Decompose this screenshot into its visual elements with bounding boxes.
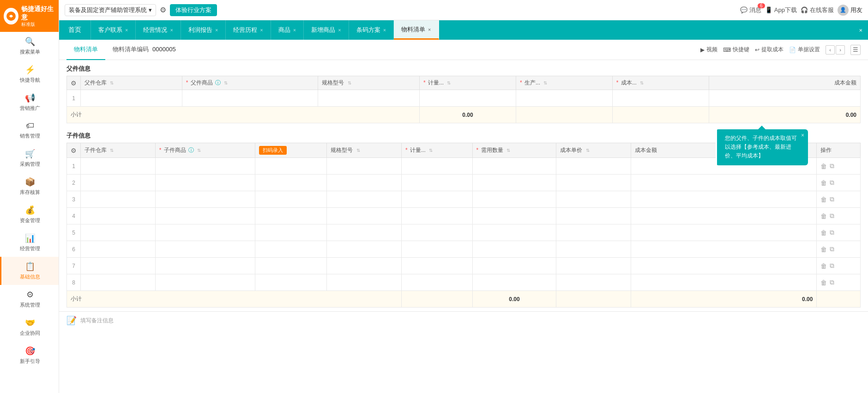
close-icon[interactable]: × bbox=[215, 27, 218, 33]
cell-child-goods[interactable] bbox=[155, 208, 255, 224]
sort-icon[interactable]: ⇅ bbox=[110, 80, 114, 85]
cell-child-warehouse[interactable] bbox=[81, 274, 156, 291]
cell-required-qty[interactable] bbox=[472, 191, 556, 208]
tab-history[interactable]: 经营历程 × bbox=[226, 20, 271, 40]
close-icon[interactable]: × bbox=[125, 27, 128, 33]
cell-child-spec[interactable] bbox=[327, 224, 402, 241]
scan-button[interactable]: 扫码录入 bbox=[259, 146, 287, 155]
cell-required-qty[interactable] bbox=[472, 208, 556, 224]
sidebar-item-7[interactable]: 📊经营管理 bbox=[0, 229, 59, 257]
sort-icon[interactable]: ⇅ bbox=[224, 80, 228, 85]
cell-unit-cost[interactable] bbox=[556, 208, 631, 224]
gear-icon[interactable]: ⚙ bbox=[71, 147, 77, 154]
cell-unit[interactable] bbox=[420, 90, 516, 107]
tab-profit[interactable]: 利润报告 × bbox=[181, 20, 226, 40]
cell-child-unit[interactable] bbox=[401, 208, 472, 224]
cell-child-goods[interactable] bbox=[155, 224, 255, 241]
gear-icon[interactable]: ⚙ bbox=[71, 79, 77, 87]
cell-required-qty[interactable] bbox=[472, 175, 556, 191]
cell-produce[interactable] bbox=[516, 90, 612, 107]
try-button[interactable]: 体验行业方案 bbox=[170, 4, 217, 16]
action-shortcut[interactable]: ⌨ 快捷键 bbox=[723, 46, 749, 54]
sidebar-logo[interactable]: 畅捷通好生意 标准版 bbox=[0, 0, 59, 32]
tab-operation[interactable]: 经营情况 × bbox=[136, 20, 181, 40]
cell-unit-cost[interactable] bbox=[556, 274, 631, 291]
cell-child-spec[interactable] bbox=[327, 158, 402, 175]
close-icon[interactable]: × bbox=[383, 27, 386, 33]
tab-goods[interactable]: 商品 × bbox=[271, 20, 304, 40]
copy-icon[interactable]: ⧉ bbox=[830, 245, 834, 253]
cell-unit-cost[interactable] bbox=[556, 175, 631, 191]
global-close[interactable]: × bbox=[439, 27, 868, 34]
user-menu[interactable]: 👤 用友 bbox=[838, 5, 862, 16]
sidebar-item-9[interactable]: ⚙系统管理 bbox=[0, 285, 59, 313]
cell-required-qty[interactable] bbox=[472, 158, 556, 175]
cell-child-goods[interactable] bbox=[155, 258, 255, 274]
sort-icon[interactable]: ⇅ bbox=[110, 148, 114, 153]
online-service-btn[interactable]: 🎧 在线客服 bbox=[801, 6, 834, 14]
tab-add-goods[interactable]: 新增商品 × bbox=[304, 20, 349, 40]
close-icon[interactable]: × bbox=[293, 27, 296, 33]
sort-icon[interactable]: ⇅ bbox=[586, 148, 590, 153]
sidebar-item-0[interactable]: 🔍搜索菜单 bbox=[0, 32, 59, 60]
sort-icon[interactable]: ⇅ bbox=[348, 80, 351, 85]
sub-tab-bom-code[interactable]: 物料清单编码 0000005 bbox=[105, 40, 183, 60]
list-view-toggle[interactable]: ☰ bbox=[850, 45, 861, 55]
cell-spec[interactable] bbox=[318, 90, 420, 107]
cell-child-unit[interactable] bbox=[401, 158, 472, 175]
settings-icon[interactable]: ⚙ bbox=[160, 6, 166, 14]
action-view[interactable]: ▶ 视频 bbox=[700, 46, 717, 54]
delete-icon[interactable]: 🗑 bbox=[820, 212, 827, 220]
cell-required-qty[interactable] bbox=[472, 258, 556, 274]
cell-unit-cost[interactable] bbox=[556, 158, 631, 175]
sidebar-item-4[interactable]: 🛒采购管理 bbox=[0, 144, 59, 172]
cell-unit-cost[interactable] bbox=[556, 191, 631, 208]
cell-child-goods[interactable] bbox=[155, 158, 255, 175]
cell-child-goods[interactable] bbox=[155, 175, 255, 191]
delete-icon[interactable]: 🗑 bbox=[820, 163, 827, 170]
tab-barcode[interactable]: 条码方案 × bbox=[349, 20, 394, 40]
cell-child-unit[interactable] bbox=[401, 224, 472, 241]
cell-child-goods[interactable] bbox=[155, 191, 255, 208]
cell-child-unit[interactable] bbox=[401, 274, 472, 291]
delete-icon[interactable]: 🗑 bbox=[820, 262, 827, 270]
app-download-btn[interactable]: 📱 App下载 bbox=[765, 6, 797, 14]
cell-child-goods[interactable] bbox=[155, 274, 255, 291]
cell-cost[interactable] bbox=[612, 90, 709, 107]
delete-icon[interactable]: 🗑 bbox=[820, 279, 827, 286]
close-icon[interactable]: × bbox=[338, 27, 341, 33]
sub-tab-bom-list[interactable]: 物料清单 bbox=[66, 40, 105, 60]
cell-unit-cost[interactable] bbox=[556, 241, 631, 258]
cell-required-qty[interactable] bbox=[472, 224, 556, 241]
cell-child-goods[interactable] bbox=[155, 241, 255, 258]
cell-child-unit[interactable] bbox=[401, 191, 472, 208]
system-selector[interactable]: 装备及固定资产辅助管理系统 ▾ bbox=[65, 4, 156, 16]
cell-child-warehouse[interactable] bbox=[81, 241, 156, 258]
cell-child-unit[interactable] bbox=[401, 258, 472, 274]
cell-child-warehouse[interactable] bbox=[81, 258, 156, 274]
sidebar-item-3[interactable]: 🏷销售管理 bbox=[0, 116, 59, 144]
delete-icon[interactable]: 🗑 bbox=[820, 229, 827, 236]
cell-child-unit[interactable] bbox=[401, 241, 472, 258]
tab-bom[interactable]: 物料清单 × bbox=[394, 20, 439, 40]
cell-child-warehouse[interactable] bbox=[81, 175, 156, 191]
cell-warehouse[interactable] bbox=[81, 90, 182, 107]
cell-child-warehouse[interactable] bbox=[81, 158, 156, 175]
sort-icon[interactable]: ⇅ bbox=[197, 148, 201, 153]
cell-child-spec[interactable] bbox=[327, 208, 402, 224]
copy-icon[interactable]: ⧉ bbox=[830, 195, 834, 203]
copy-icon[interactable]: ⧉ bbox=[830, 179, 834, 187]
cell-goods[interactable] bbox=[182, 90, 318, 107]
cell-child-warehouse[interactable] bbox=[81, 208, 156, 224]
sidebar-item-6[interactable]: 💰资金管理 bbox=[0, 200, 59, 229]
sidebar-item-11[interactable]: 🎯新手引导 bbox=[0, 341, 59, 369]
cell-child-spec[interactable] bbox=[327, 241, 402, 258]
info-icon[interactable]: ⓘ bbox=[188, 147, 194, 153]
cell-child-spec[interactable] bbox=[327, 258, 402, 274]
close-icon[interactable]: × bbox=[428, 27, 431, 32]
sidebar-item-5[interactable]: 📦库存核算 bbox=[0, 172, 59, 200]
close-icon[interactable]: × bbox=[260, 27, 263, 33]
delete-icon[interactable]: 🗑 bbox=[820, 179, 827, 187]
prev-arrow[interactable]: ‹ bbox=[826, 45, 835, 54]
cell-unit-cost[interactable] bbox=[556, 224, 631, 241]
